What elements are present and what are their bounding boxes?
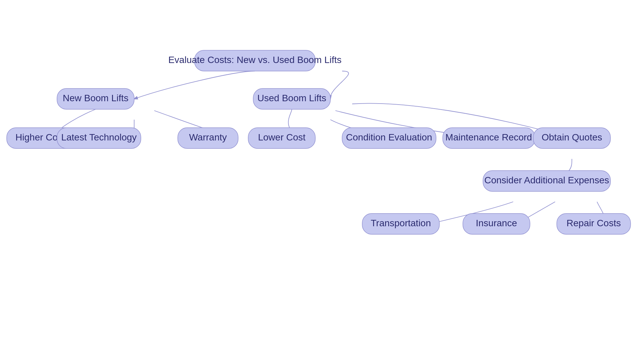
node-consider: Consider Additional Expenses [483,171,610,191]
node-warranty-label: Warranty [189,132,227,142]
node-obtain-quotes-label: Obtain Quotes [542,132,602,142]
node-lower-cost: Lower Cost [248,128,315,148]
node-new: New Boom Lifts [57,88,134,109]
node-insurance-label: Insurance [476,218,517,228]
node-latest-tech: Latest Technology [57,128,141,148]
node-lower-cost-label: Lower Cost [258,132,306,142]
node-latest-tech-label: Latest Technology [61,132,137,142]
node-maintenance: Maintenance Record [443,128,535,148]
node-root: Evaluate Costs: New vs. Used Boom Lifts [168,50,342,71]
node-used: Used Boom Lifts [253,88,330,109]
node-root-label: Evaluate Costs: New vs. Used Boom Lifts [168,55,342,65]
connector-root-used [330,71,348,99]
node-repair-costs: Repair Costs [557,214,631,234]
node-insurance: Insurance [463,214,530,234]
node-transportation: Transportation [362,214,439,234]
node-maintenance-label: Maintenance Record [445,132,532,142]
node-consider-label: Consider Additional Expenses [484,175,609,185]
node-repair-costs-label: Repair Costs [567,218,621,228]
node-warranty: Warranty [178,128,238,148]
node-transportation-label: Transportation [371,218,431,228]
node-condition-label: Condition Evaluation [346,132,432,142]
node-used-label: Used Boom Lifts [257,93,326,103]
node-obtain-quotes: Obtain Quotes [533,128,610,148]
node-new-label: New Boom Lifts [63,93,128,103]
node-condition: Condition Evaluation [342,128,436,148]
mindmap-diagram: Evaluate Costs: New vs. Used Boom Lifts … [0,0,644,363]
connector-root-new [134,71,255,99]
